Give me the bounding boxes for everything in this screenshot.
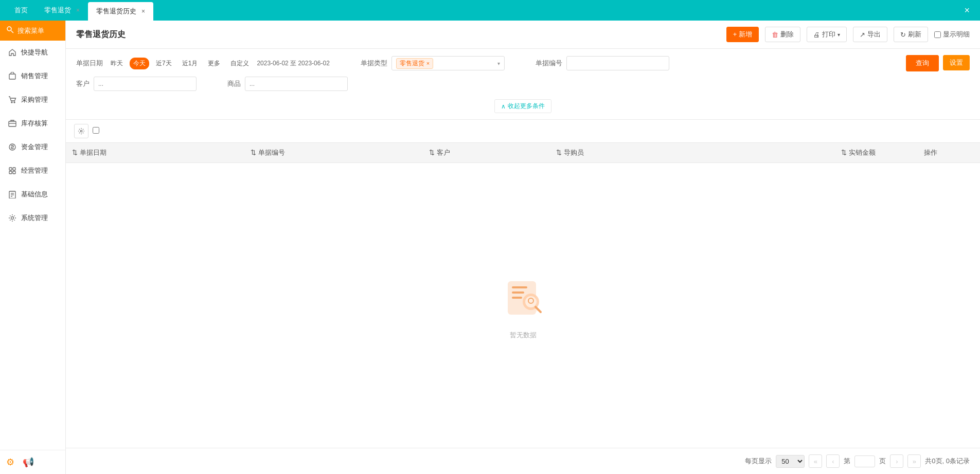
svg-rect-20 [512,286,527,288]
sidebar-bottom: ⚙ 📢 [0,450,65,474]
prev-page-button[interactable]: ‹ [826,454,840,468]
table-header-row: ⇅ 单据日期 ⇅ 单据编号 ⇅ 客户 ⇅ 导购员 [66,143,980,163]
col-amount[interactable]: ⇅ 实销金额 [703,143,882,163]
tab-retail-return-history[interactable]: 零售退货历史 × [88,2,153,21]
select-all-checkbox[interactable] [93,127,99,134]
tab-retail-return[interactable]: 零售退货 × [36,0,88,21]
svg-point-17 [80,130,82,132]
date-btn-custom[interactable]: 自定义 [227,58,253,69]
finance-icon [8,142,17,152]
delete-button[interactable]: 🗑 删除 [765,27,800,42]
sidebar-search-label: 搜索菜单 [17,26,44,35]
info-icon [8,190,17,199]
svg-rect-21 [512,291,524,294]
delete-icon: 🗑 [772,31,778,39]
content-header: 零售退货历史 + 新增 🗑 删除 🖨 打印 ▾ ↗ 导出 [66,21,980,49]
sidebar-item-system-label: 系统管理 [21,213,48,223]
settings-bottom-icon[interactable]: ⚙ [6,457,14,468]
date-range-text: 2023-06-02 至 2023-06-02 [257,59,329,68]
query-button[interactable]: 查询 [906,55,939,71]
date-btn-more[interactable]: 更多 [204,58,224,69]
total-pages-text: 共0页, 0条记录 [925,457,970,466]
page-title: 零售退货历史 [76,29,126,40]
date-btn-yesterday[interactable]: 昨天 [107,58,127,69]
tab-close-retail-return[interactable]: × [76,7,80,14]
sidebar-item-business[interactable]: 经营管理 [0,159,65,183]
col-guide[interactable]: ⇅ 导购员 [550,143,703,163]
goods-filter-item: 商品 [227,77,348,91]
sidebar-item-info-label: 基础信息 [21,190,48,199]
sidebar-item-finance[interactable]: 资金管理 [0,135,65,159]
date-filter-item: 单据日期 昨天 今天 近7天 近1月 更多 自定义 2023-06-02 至 2… [76,58,330,69]
bill-type-select[interactable]: 零售退货 × ▾ [391,56,505,70]
svg-rect-10 [9,171,12,174]
main-layout: 搜索菜单 快捷导航 销售管理 采购管理 库存核算 [0,21,980,474]
date-btn-1month[interactable]: 近1月 [179,58,202,69]
sales-icon [8,71,17,81]
customer-input[interactable] [94,77,197,91]
bill-no-label: 单据编号 [536,59,562,68]
tab-home[interactable]: 首页 [6,0,36,21]
page-label: 第 [844,457,850,466]
last-page-button[interactable]: » [907,454,921,468]
refresh-button[interactable]: ↻ 刷新 [894,27,928,42]
speaker-bottom-icon[interactable]: 📢 [23,457,34,468]
table-toolbar [66,120,980,143]
svg-point-4 [14,102,15,103]
window-close-button[interactable]: × [960,3,974,18]
svg-rect-2 [9,74,15,79]
col-customer[interactable]: ⇅ 客户 [423,143,550,163]
sidebar-item-info[interactable]: 基础信息 [0,183,65,206]
content-area: 零售退货历史 + 新增 🗑 删除 🖨 打印 ▾ ↗ 导出 [66,21,980,474]
col-bill-date[interactable]: ⇅ 单据日期 [66,143,244,163]
first-page-button[interactable]: « [809,454,822,468]
col-bill-no[interactable]: ⇅ 单据编号 [244,143,423,163]
show-detail-label: 显示明细 [934,30,970,39]
table-settings-icon-button[interactable] [74,124,88,138]
sidebar-item-purchase[interactable]: 采购管理 [0,88,65,112]
top-bar-right: × [960,3,974,18]
refresh-icon: ↻ [900,31,906,39]
purchase-icon [8,95,17,104]
goods-label: 商品 [227,79,241,88]
table-area: ⇅ 单据日期 ⇅ 单据编号 ⇅ 客户 ⇅ 导购员 [66,120,980,448]
show-detail-checkbox[interactable] [934,31,941,38]
export-button[interactable]: ↗ 导出 [853,27,887,42]
page-number-input[interactable]: 1 [854,455,875,467]
svg-rect-5 [9,121,16,126]
customer-label: 客户 [76,79,90,88]
sidebar-item-home[interactable]: 快捷导航 [0,41,65,64]
date-btn-7days[interactable]: 近7天 [152,58,175,69]
date-filter-options: 昨天 今天 近7天 近1月 更多 自定义 [107,58,253,69]
date-btn-today[interactable]: 今天 [130,58,149,69]
empty-text: 暂无数据 [510,331,537,340]
collapse-button[interactable]: ∧ 收起更多条件 [494,99,551,113]
svg-line-1 [11,31,14,33]
per-page-select[interactable]: 10 20 50 100 [776,455,805,468]
sidebar-item-sales[interactable]: 销售管理 [0,64,65,88]
setting-button[interactable]: 设置 [943,55,970,70]
bill-type-tag-close[interactable]: × [426,60,430,66]
bill-type-select-arrow: ▾ [497,61,500,66]
bill-no-input[interactable] [566,56,669,70]
svg-rect-8 [9,168,12,170]
sidebar-item-inventory[interactable]: 库存核算 [0,112,65,135]
tab-close-retail-return-history[interactable]: × [141,8,145,15]
next-page-button[interactable]: › [890,454,903,468]
sidebar-item-home-label: 快捷导航 [21,48,48,57]
new-button[interactable]: + 新增 [726,27,759,42]
pagination: 每页显示 10 20 50 100 « ‹ 第 1 页 › » 共0页, 0条记… [66,448,980,474]
empty-icon [497,271,549,322]
col-action: 操作 [882,143,980,163]
filter-row-2: 客户 商品 [76,77,970,91]
data-table: ⇅ 单据日期 ⇅ 单据编号 ⇅ 客户 ⇅ 导购员 [66,143,980,163]
inventory-icon [8,119,17,128]
svg-rect-11 [13,171,15,174]
empty-state: 暂无数据 [66,163,980,448]
sidebar-item-finance-label: 资金管理 [21,142,48,152]
sidebar-search[interactable]: 搜索菜单 [0,21,65,41]
sidebar-item-system[interactable]: 系统管理 [0,206,65,230]
print-arrow-icon: ▾ [838,32,840,38]
goods-input[interactable] [245,77,348,91]
print-button[interactable]: 🖨 打印 ▾ [807,27,847,42]
